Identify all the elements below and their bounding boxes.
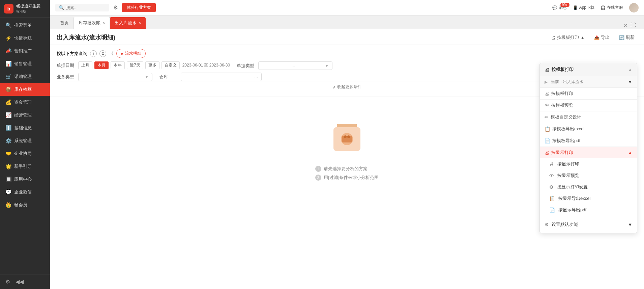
settings-icon[interactable]: ⚙ xyxy=(113,4,118,11)
sidebar-item-label-search: 搜索菜单 xyxy=(14,22,32,28)
lightning-icon: ⚡ xyxy=(5,35,11,41)
dropdown-section-header-template-custom[interactable]: ✏ 模板自定义设计 xyxy=(540,111,637,123)
svg-rect-3 xyxy=(342,136,352,142)
sidebar-item-purchase[interactable]: 🛒 采购管理 xyxy=(0,70,50,83)
sidebar-item-inventory[interactable]: 📦 库存核算 xyxy=(0,83,50,96)
dropdown-section-header-display-print[interactable]: 🖨 按显示打印 ▲ xyxy=(540,147,637,158)
filter-header-label: 按以下方案查询 xyxy=(57,51,87,57)
sidebar-item-vip[interactable]: 👑 畅会员 xyxy=(0,199,50,211)
collapse-sidebar-icon[interactable]: ◀◀ xyxy=(16,279,24,285)
sidebar-item-guide[interactable]: 🌟 新手引导 xyxy=(0,160,50,173)
date-btn-last-month[interactable]: 上月 xyxy=(78,61,92,69)
dropdown-section-header-export-excel[interactable]: 📋 按模板导出excel xyxy=(540,123,637,135)
date-btn-custom[interactable]: 自定义 xyxy=(162,61,180,69)
sidebar-item-label-finance: 资金管理 xyxy=(14,99,32,105)
sidebar-item-finance[interactable]: 💰 资金管理 xyxy=(0,96,50,109)
dropdown-title-label: 按模板打印 xyxy=(552,67,574,73)
app-download-label: App下载 xyxy=(579,5,594,10)
filter-collapse-icon[interactable]: 《 xyxy=(109,51,114,57)
sidebar-item-system[interactable]: ⚙️ 系统管理 xyxy=(0,134,50,147)
type-select-chevron: ▼ xyxy=(325,63,329,68)
type-select[interactable]: ··· ▼ xyxy=(258,61,332,70)
chevron-up-icon: ▲ xyxy=(580,35,585,40)
maximize-icon[interactable]: ⛶ xyxy=(631,22,636,29)
sidebar-item-wechat[interactable]: 💬 企业微信 xyxy=(0,186,50,199)
filter-add-button[interactable]: + xyxy=(90,50,97,57)
dropdown-section-export-pdf: 📄 按模板导出pdf xyxy=(540,135,637,147)
sidebar-item-label-wechat: 企业微信 xyxy=(14,189,32,195)
print-template-label: 按模板打印 xyxy=(557,34,579,41)
tab-home[interactable]: 首页 xyxy=(55,17,74,29)
dropdown-footer: ⚙ 设置默认功能 ▼ xyxy=(540,216,637,233)
filter-tag-icon: ● xyxy=(121,51,123,56)
print-template-button[interactable]: 🖨 按模板打印 ▲ xyxy=(549,33,587,42)
settings-bottom-icon[interactable]: ⚙ xyxy=(5,279,10,285)
topbar-icons: ⚙ xyxy=(113,4,118,11)
sidebar-item-label-basic: 基础信息 xyxy=(14,125,32,131)
dropdown-item-display-print[interactable]: 🖨 按显示打印 xyxy=(540,158,637,170)
tab-batch-account[interactable]: 库存批次账 × xyxy=(74,17,110,29)
date-btn-7days[interactable]: 近7天 xyxy=(127,61,143,69)
megaphone-icon: 📣 xyxy=(5,48,11,54)
sidebar-item-marketing[interactable]: 📣 营销推广 xyxy=(0,45,50,57)
display-print-section-icon: 🖨 xyxy=(545,150,549,155)
tab-batch-account-close[interactable]: × xyxy=(103,21,105,25)
tab-bar-right: ✕ ⛶ xyxy=(623,22,639,29)
sidebar-item-apps[interactable]: 🔲 应用中心 xyxy=(0,173,50,186)
tab-stock-flow-label: 出入库流水 xyxy=(115,20,137,26)
dropdown-item-display-export-excel[interactable]: 📋 按显示导出excel xyxy=(540,193,637,204)
sidebar-item-corp[interactable]: 🤝 企业协同 xyxy=(0,147,50,160)
dropdown-item-display-preview[interactable]: 👁 按显示预览 xyxy=(540,170,637,181)
dropdown-current-item[interactable]: ▶ 当前：出入库流水 ▼ xyxy=(540,76,637,88)
sidebar-item-label-vip: 畅会员 xyxy=(14,202,27,208)
svg-rect-1 xyxy=(337,124,357,127)
display-excel-item-icon: 📋 xyxy=(549,196,555,201)
tab-stock-flow[interactable]: 出入库流水 × xyxy=(110,17,146,29)
message-button[interactable]: 💬 消息 99+ xyxy=(552,5,567,10)
cart-icon: 🛒 xyxy=(5,74,11,80)
dropdown-footer-set-default[interactable]: ⚙ 设置默认功能 ▼ xyxy=(545,219,632,230)
display-print-item-label: 按显示打印 xyxy=(557,161,579,167)
tab-stock-flow-close[interactable]: × xyxy=(139,21,141,25)
template-export-excel-label: 按模板导出excel xyxy=(552,126,584,132)
sidebar-item-sales[interactable]: 📊 销售管理 xyxy=(0,57,50,70)
sidebar-item-shortcut[interactable]: ⚡ 快捷导航 xyxy=(0,32,50,45)
filter-tag[interactable]: ● 流水明细 xyxy=(116,49,146,58)
close-tab-icon[interactable]: ✕ xyxy=(623,22,628,29)
biz-type-filter-group: 业务类型 ▼ xyxy=(57,73,152,81)
online-service-button[interactable]: 🎧 在线客服 xyxy=(601,5,623,10)
sidebar-item-label-corp: 企业协同 xyxy=(14,151,32,157)
chevron-up-collapse-icon: ∧ xyxy=(333,85,336,89)
dropdown-item-display-print-settings[interactable]: ⚙ 按显示打印设置 xyxy=(540,181,637,193)
export-button[interactable]: 📤 导出 xyxy=(591,33,612,42)
display-pdf-item-icon: 📄 xyxy=(549,207,555,213)
topbar-search[interactable]: 🔍 xyxy=(55,4,109,11)
sidebar-item-label-system: 系统管理 xyxy=(14,138,32,144)
refresh-button[interactable]: 🔄 刷新 xyxy=(616,33,637,42)
sidebar-item-search[interactable]: 🔍 搜索菜单 xyxy=(0,19,50,32)
user-avatar[interactable] xyxy=(629,3,639,12)
date-btn-more[interactable]: 更多 xyxy=(145,61,159,69)
tab-home-label: 首页 xyxy=(60,20,69,26)
industry-solution-button[interactable]: 体验行业方案 xyxy=(122,3,156,12)
dropdown-item-display-export-pdf[interactable]: 📄 按显示导出pdf xyxy=(540,204,637,216)
dropdown-section-header-export-pdf[interactable]: 📄 按模板导出pdf xyxy=(540,135,637,147)
logo-name: 畅捷通好生意 xyxy=(16,3,40,9)
set-default-chevron: ▼ xyxy=(628,222,632,227)
warehouse-select[interactable]: ··· xyxy=(181,73,262,81)
sidebar-item-basic[interactable]: ℹ️ 基础信息 xyxy=(0,122,50,134)
date-btn-this-year[interactable]: 本年 xyxy=(111,61,125,69)
sidebar-item-label-sales: 销售管理 xyxy=(14,61,32,67)
search-input[interactable] xyxy=(66,5,100,10)
dropdown-section-header-template-print[interactable]: 🖨 按模板打印 xyxy=(540,88,637,99)
biz-type-select[interactable]: ▼ xyxy=(78,73,152,81)
filter-tag-label: 流水明细 xyxy=(125,51,141,56)
dropdown-section-header-template-preview[interactable]: 👁 按模板预览 xyxy=(540,100,637,111)
date-btn-this-month[interactable]: 本月 xyxy=(94,61,109,69)
dropdown-section-template-custom: ✏ 模板自定义设计 xyxy=(540,111,637,123)
app-download-button[interactable]: 📱 App下载 xyxy=(573,5,594,10)
sidebar-item-operation[interactable]: 📈 经营管理 xyxy=(0,109,50,122)
sidebar-item-label-purchase: 采购管理 xyxy=(14,74,32,80)
filter-settings-button[interactable]: ⚙ xyxy=(99,50,106,57)
sidebar-item-label-marketing: 营销推广 xyxy=(14,48,32,54)
